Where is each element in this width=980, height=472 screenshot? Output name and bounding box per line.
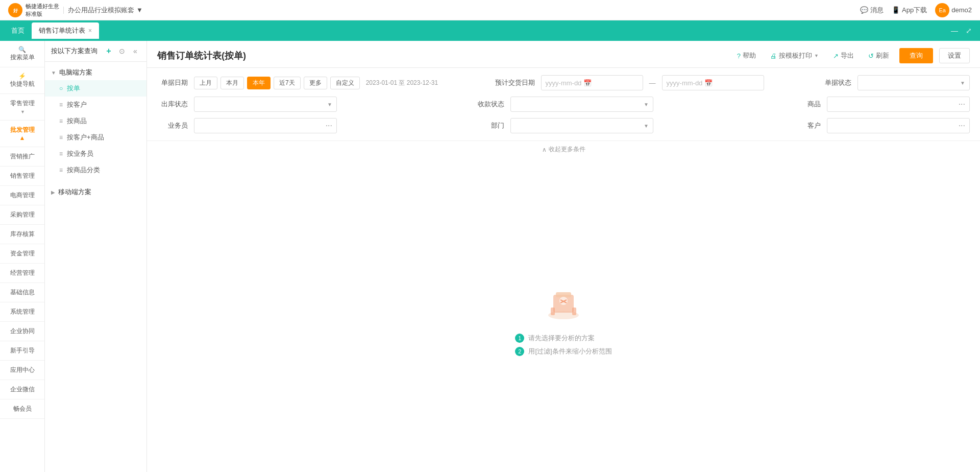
collapse-panel-btn[interactable]: « bbox=[130, 46, 140, 56]
svg-rect-8 bbox=[551, 308, 555, 315]
list-icon: ≡ bbox=[59, 117, 63, 125]
hint-num-2: 2 bbox=[515, 347, 524, 356]
pc-scheme-header[interactable]: ▼ 电脑端方案 bbox=[45, 65, 146, 80]
left-panel-header: 按以下方案查询 + ⊙ « bbox=[45, 41, 146, 62]
print-btn[interactable]: 🖨 按模板打印 bbox=[766, 49, 823, 62]
message-btn[interactable]: 💬 消息 bbox=[860, 6, 884, 15]
header-left: 好 畅捷通好生意 标准版 办公用品行业模拟账套 ▼ bbox=[8, 3, 143, 17]
circle-icon: ○ bbox=[59, 85, 63, 92]
status-label: 单据状态 bbox=[821, 78, 851, 87]
customer-select[interactable]: ··· bbox=[827, 118, 970, 133]
sidebar-item-operations[interactable]: 经营管理 bbox=[0, 264, 44, 283]
date-btn-this-month[interactable]: 本月 bbox=[220, 77, 244, 89]
sidebar-item-finance[interactable]: 资金管理 bbox=[0, 244, 44, 264]
filter-row-3: 业务员 ··· 部门 ▼ 客户 ··· bbox=[157, 118, 970, 133]
collapse-bar[interactable]: ∧ 收起更多条件 bbox=[147, 140, 980, 158]
svg-rect-9 bbox=[572, 308, 576, 315]
logo-area: 好 畅捷通好生意 标准版 bbox=[8, 3, 59, 17]
company-selector[interactable]: 办公用品行业模拟账套 ▼ bbox=[68, 6, 143, 15]
date-btn-group: 上月 本月 本年 近7天 更多 自定义 bbox=[194, 77, 360, 89]
expand-icon[interactable]: ⤢ bbox=[964, 26, 974, 36]
sidebar-item-inventory[interactable]: 库存核算 bbox=[0, 225, 44, 244]
ship-status-select[interactable]: ▼ bbox=[194, 97, 337, 112]
query-btn[interactable]: 查询 bbox=[899, 48, 933, 63]
more-icon[interactable]: ··· bbox=[959, 121, 965, 130]
scheme-item-by-category[interactable]: ≡ 按商品分类 bbox=[45, 162, 146, 178]
date-btn-custom[interactable]: 自定义 bbox=[330, 77, 360, 89]
sidebar-item-ecommerce[interactable]: 电商管理 bbox=[0, 186, 44, 205]
add-scheme-btn[interactable]: + bbox=[104, 46, 114, 56]
hint-item-2: 2 用[过滤]条件来缩小分析范围 bbox=[515, 347, 611, 356]
sidebar-item-enterprise[interactable]: 企业协同 bbox=[0, 322, 44, 341]
bar-chart-icon: ≡ bbox=[59, 150, 63, 157]
scheme-item-by-customer[interactable]: ≡ 按客户 bbox=[45, 97, 146, 113]
left-panel-actions: + ⊙ « bbox=[104, 46, 140, 56]
empty-hints: 1 请先选择要分析的方案 2 用[过滤]条件来缩小分析范围 bbox=[515, 334, 611, 356]
date-label: 单据日期 bbox=[157, 78, 188, 87]
status-select[interactable]: ▼ bbox=[857, 75, 970, 90]
sidebar-item-quick-nav[interactable]: ⚡ 快捷导航 bbox=[0, 67, 44, 94]
scheme-item-by-customer-goods[interactable]: ≡ 按客户+商品 bbox=[45, 129, 146, 146]
tab-home[interactable]: 首页 bbox=[4, 22, 32, 39]
settings-scheme-btn[interactable]: ⊙ bbox=[117, 46, 127, 56]
department-select[interactable]: ▼ bbox=[510, 118, 653, 133]
calendar-icon: 📅 bbox=[704, 79, 713, 87]
user-profile[interactable]: Ea demo2 bbox=[935, 3, 972, 17]
sidebar-item-member[interactable]: 畅会员 bbox=[0, 399, 44, 419]
sidebar-item-apps[interactable]: 应用中心 bbox=[0, 361, 44, 380]
svg-text:好: 好 bbox=[13, 8, 18, 13]
print-icon: 🖨 bbox=[770, 52, 777, 60]
filter-row-1: 单据日期 上月 本月 本年 近7天 更多 自定义 2023-01-01 至 20… bbox=[157, 75, 970, 90]
mobile-scheme-section: ▶ 移动端方案 bbox=[45, 181, 146, 203]
scheme-item-by-order[interactable]: ○ 按单 bbox=[45, 80, 146, 97]
payment-status-select[interactable]: ▼ bbox=[510, 97, 653, 112]
sidebar-item-wholesale[interactable]: 批发管理 ▲ bbox=[0, 121, 44, 147]
scheme-item-by-salesperson[interactable]: ≡ 按业务员 bbox=[45, 146, 146, 162]
more-icon[interactable]: ··· bbox=[326, 121, 332, 130]
filter-area: 单据日期 上月 本月 本年 近7天 更多 自定义 2023-01-01 至 20… bbox=[147, 68, 980, 140]
empty-state: 1 请先选择要分析的方案 2 用[过滤]条件来缩小分析范围 bbox=[147, 158, 980, 472]
chevron-down-icon: ▼ bbox=[960, 80, 965, 86]
date-btn-this-year[interactable]: 本年 bbox=[247, 77, 271, 89]
hint-item-1: 1 请先选择要分析的方案 bbox=[515, 334, 611, 343]
date-btn-7days[interactable]: 近7天 bbox=[274, 77, 301, 89]
expected-date-start-input[interactable]: yyyy-mm-dd 📅 bbox=[541, 75, 643, 90]
settings-btn[interactable]: 设置 bbox=[939, 48, 970, 63]
list-icon: ≡ bbox=[59, 101, 63, 108]
svg-rect-4 bbox=[556, 292, 571, 297]
minimize-icon[interactable]: — bbox=[949, 26, 960, 36]
department-label: 部门 bbox=[474, 121, 504, 130]
salesperson-select[interactable]: ··· bbox=[194, 118, 337, 133]
list-icon: ≡ bbox=[59, 134, 63, 141]
date-btn-last-month[interactable]: 上月 bbox=[194, 77, 217, 89]
more-icon[interactable]: ··· bbox=[959, 100, 965, 109]
sidebar-item-retail[interactable]: 零售管理 bbox=[0, 94, 44, 121]
collapse-btn[interactable]: ∧ 收起更多条件 bbox=[542, 145, 585, 154]
mobile-scheme-header[interactable]: ▶ 移动端方案 bbox=[45, 184, 146, 200]
top-header: 好 畅捷通好生意 标准版 办公用品行业模拟账套 ▼ 💬 消息 📱 App下载 E… bbox=[0, 0, 980, 20]
expected-date-end-input[interactable]: yyyy-mm-dd 📅 bbox=[662, 75, 764, 90]
sidebar-item-marketing[interactable]: 营销推广 bbox=[0, 147, 44, 167]
chevron-right-icon: ▶ bbox=[51, 190, 55, 195]
header-right: 💬 消息 📱 App下载 Ea demo2 bbox=[860, 3, 972, 17]
help-icon: ? bbox=[737, 52, 741, 60]
refresh-btn[interactable]: ↺ 刷新 bbox=[864, 49, 893, 62]
goods-select[interactable]: ··· bbox=[827, 97, 970, 112]
sidebar-item-newuser[interactable]: 新手引导 bbox=[0, 341, 44, 361]
app-download-btn[interactable]: 📱 App下载 bbox=[892, 6, 927, 15]
export-btn[interactable]: ↗ 导出 bbox=[829, 49, 858, 62]
refresh-icon: ↺ bbox=[868, 52, 874, 60]
tab-close-icon[interactable]: × bbox=[88, 27, 92, 34]
message-icon: 💬 bbox=[860, 6, 868, 14]
sidebar-item-sales[interactable]: 销售管理 bbox=[0, 167, 44, 186]
tab-active[interactable]: 销售订单统计表 × bbox=[32, 22, 99, 39]
scheme-item-by-goods[interactable]: ≡ 按商品 bbox=[45, 113, 146, 129]
sidebar-item-basic-info[interactable]: 基础信息 bbox=[0, 283, 44, 302]
sidebar-item-search[interactable]: 🔍 搜索菜单 bbox=[0, 41, 44, 67]
help-btn[interactable]: ? 帮助 bbox=[733, 49, 760, 62]
date-btn-more[interactable]: 更多 bbox=[304, 77, 327, 89]
hint-num-1: 1 bbox=[515, 334, 524, 343]
sidebar-item-purchase[interactable]: 采购管理 bbox=[0, 205, 44, 225]
sidebar-item-system[interactable]: 系统管理 bbox=[0, 302, 44, 322]
sidebar-item-wechat[interactable]: 企业微信 bbox=[0, 380, 44, 399]
